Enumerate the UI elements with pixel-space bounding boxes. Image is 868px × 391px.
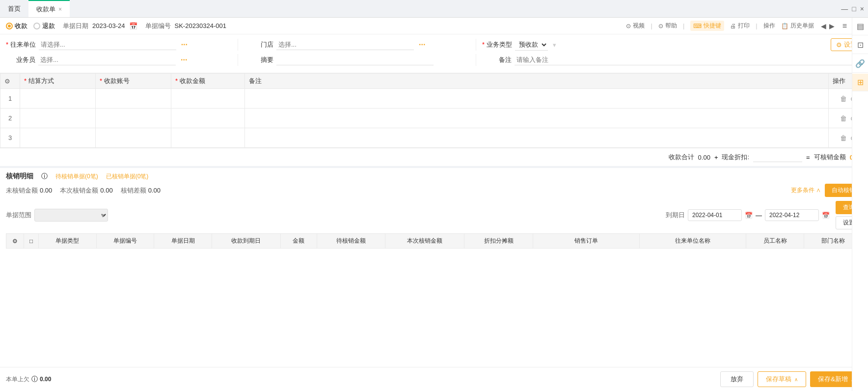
help-btn[interactable]: ⊙ 帮助 (658, 22, 677, 30)
calendar-icon[interactable]: 📅 (129, 22, 137, 30)
tab-home[interactable]: 首页 (0, 0, 28, 17)
radio-shoukuan[interactable]: 收款 (6, 22, 27, 30)
list-view-icon[interactable]: ≡ (841, 22, 848, 30)
biz-type-select[interactable]: 预收款 (515, 39, 548, 51)
gear-icon: ⚙ (836, 41, 842, 49)
tab-bar-right: — □ × (837, 5, 868, 13)
help-icon: ⊙ (658, 23, 663, 29)
doc-date-label: 单据日期 (63, 22, 88, 30)
save-new-label: 保存&新增 (818, 375, 848, 384)
row-num-1: 1 (0, 89, 20, 109)
cell-remark-3[interactable] (244, 128, 828, 148)
shop-input[interactable] (276, 39, 414, 50)
stat-current: 本次核销金额 0.00 (60, 186, 112, 195)
row-num-2: 2 (0, 109, 20, 128)
print-label: 打印 (738, 22, 750, 30)
sidebar-icon-1[interactable]: ▤ (852, 18, 868, 35)
bt-col-check[interactable]: □ (24, 234, 39, 249)
cell-settlement-1[interactable] (20, 89, 96, 109)
tab-shoukuan-label: 收款单 (36, 5, 55, 14)
tab-bar: 首页 收款单 × — □ × (0, 0, 868, 18)
date-start-input[interactable] (688, 209, 742, 221)
counterpart-label: 往来单位 (6, 40, 36, 49)
total-label: 收款合计 (669, 153, 694, 162)
range-wrap: 单据范围 ▾ (6, 209, 660, 222)
cell-account-1[interactable] (95, 89, 171, 109)
shortcut-btn[interactable]: ⌨ 快捷键 (690, 21, 724, 31)
radio-shoukuan-label: 收款 (15, 22, 27, 30)
plus-sign: + (714, 154, 718, 161)
staff-more-icon[interactable]: ··· (181, 56, 187, 64)
footer-right: 放弃 保存草稿 ∧ 保存&新增 ∧ (720, 371, 862, 387)
delete-icon-1[interactable]: 🗑 (840, 95, 847, 103)
sidebar-icon-4[interactable]: ⊞ (852, 74, 868, 91)
bt-col-gear[interactable]: ⚙ (6, 234, 24, 249)
date-end-input[interactable] (765, 209, 819, 221)
save-draft-btn[interactable]: 保存草稿 ∧ (758, 371, 806, 387)
date-end-icon[interactable]: 📅 (822, 212, 830, 219)
remark-input[interactable] (515, 55, 862, 65)
staff-input[interactable] (38, 55, 176, 65)
equals-sign: = (806, 154, 810, 161)
doc-no-info: 单据编号 SK-20230324-001 (145, 22, 227, 30)
print-btn[interactable]: 🖨 打印 (730, 22, 750, 30)
operation-btn[interactable]: 操作 (763, 22, 775, 30)
cell-amount-2[interactable] (171, 109, 244, 128)
cell-remark-2[interactable] (244, 109, 828, 128)
sidebar-icon-2[interactable]: ⊡ (852, 36, 868, 54)
doc-no-value: SK-20230324-001 (175, 22, 227, 29)
field-counterpart: 往来单位 ··· (6, 39, 232, 50)
more-filter-btn[interactable]: 更多条件 ∧ (791, 186, 821, 195)
bt-col-order: 销售订单 (533, 234, 639, 249)
prev-arrow[interactable]: ◀ (820, 22, 827, 30)
history-label: 历史单据 (790, 22, 814, 30)
next-arrow[interactable]: ▶ (828, 22, 836, 30)
discount-input[interactable] (753, 152, 802, 162)
table-gear-icon[interactable]: ⚙ (4, 78, 10, 85)
total-value: 0.00 (698, 154, 710, 161)
date-start-icon[interactable]: 📅 (745, 212, 753, 219)
cell-amount-1[interactable] (171, 89, 244, 109)
cell-account-2[interactable] (95, 109, 171, 128)
done-writeoff-link[interactable]: 已核销单据(0笔) (106, 172, 149, 181)
cell-account-3[interactable] (95, 128, 171, 148)
bt-col-pending: 待核销金额 (317, 234, 385, 249)
delete-icon-2[interactable]: 🗑 (840, 114, 847, 122)
cell-remark-1[interactable] (244, 89, 828, 109)
diff-value: 0.00 (148, 187, 161, 194)
form-row-2: 业务员 ··· 摘要 备注 (6, 54, 862, 66)
table-row: 3 🗑 ⊕ (0, 128, 868, 148)
counterpart-more-icon[interactable]: ··· (181, 40, 188, 49)
tab-close-icon[interactable]: × (58, 6, 62, 13)
tab-shoukuan[interactable]: 收款单 × (28, 0, 70, 17)
toolbar-right: ⊙ 视频 | ⊙ 帮助 | ⌨ 快捷键 🖨 打印 | 操作 📋 (626, 21, 862, 31)
window-minimize[interactable]: — (841, 5, 848, 13)
col-account: * 收款账号 (95, 74, 171, 89)
summary-input[interactable] (276, 55, 434, 65)
footer: 本单上欠 ⓘ 0.00 放弃 保存草稿 ∧ 保存&新增 ∧ (0, 367, 868, 391)
video-btn[interactable]: ⊙ 视频 (626, 22, 645, 30)
counterpart-input[interactable] (39, 39, 176, 50)
current-label: 本次核销金额 (60, 186, 98, 195)
window-close[interactable]: × (860, 5, 864, 13)
bt-col-current: 本次核销金额 (385, 234, 464, 249)
abandon-btn[interactable]: 放弃 (720, 371, 754, 387)
form-area: 往来单位 ··· 门店 ··· 业务类型 预收款 ▾ ⚙ (0, 34, 868, 73)
sidebar-icon-3[interactable]: 🔗 (852, 55, 868, 73)
col-remark: 备注 (244, 74, 828, 89)
shop-more-icon[interactable]: ··· (419, 40, 425, 49)
history-btn[interactable]: 📋 历史单据 (781, 22, 814, 30)
range-select[interactable] (34, 209, 108, 222)
cell-settlement-2[interactable] (20, 109, 96, 128)
row-num-3: 3 (0, 128, 20, 148)
window-maximize[interactable]: □ (852, 5, 856, 13)
delete-icon-3[interactable]: 🗑 (840, 134, 847, 142)
radio-tuikuan[interactable]: 退款 (33, 22, 55, 30)
cell-settlement-3[interactable] (20, 128, 96, 148)
field-staff: 业务员 ··· (6, 55, 232, 65)
cell-amount-3[interactable] (171, 128, 244, 148)
pending-writeoff-link[interactable]: 待核销单据(0笔) (55, 172, 98, 181)
writeoff-stats: 未核销金额 0.00 本次核销金额 0.00 核销差额 0.00 更多条件 ∧ … (6, 184, 862, 197)
doc-no-label: 单据编号 (145, 22, 171, 30)
col-settlement: * 结算方式 (20, 74, 96, 89)
